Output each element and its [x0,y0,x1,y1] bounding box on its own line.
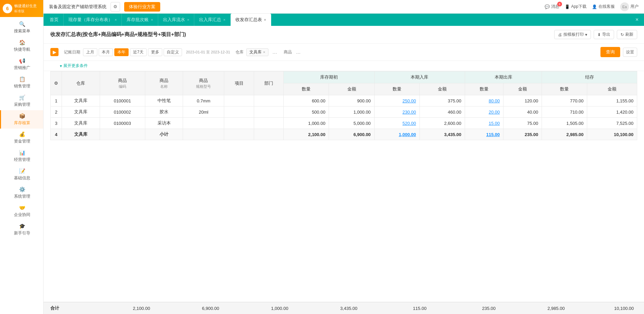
tab-receipt-summary[interactable]: 收发存汇总表 × [231,14,271,26]
table-section: ⚙ 仓库 商品编码 商品名称 商品规格型号 项目 部门 库存期初 本期入库 本期… [44,71,644,302]
sidebar-item-purchase[interactable]: 🛒采购管理 [0,92,43,110]
topbar-settings-button[interactable]: ⚙ [111,2,120,12]
subtotal-warehouse: 文具库 [62,129,100,140]
warehouse-more-dots[interactable]: ... [271,49,278,55]
message-icon: 💬 [545,4,550,9]
sidebar-item-sales[interactable]: 📋销售管理 [0,73,43,92]
tab-receipt-summary-close[interactable]: × [264,18,266,22]
tab-stock-dist-close[interactable]: × [115,18,117,22]
tab-inout-flow[interactable]: 出入库流水 × [158,14,194,26]
filter-toggle-button[interactable]: ▶ [50,48,59,56]
tabbar-close-all[interactable]: × [631,17,643,23]
sidebar-item-finance[interactable]: 💰资金管理 [0,129,43,147]
sidebar-item-operations[interactable]: 📊经营管理 [0,147,43,165]
tab-batch[interactable]: 库存批次账 × [122,14,158,26]
cell-out-amt: 75.00 [503,118,542,129]
sidebar-item-newbie[interactable]: 🎓新手引导 [0,220,43,239]
tab-batch-close[interactable]: × [151,18,153,22]
tab-stock-dist[interactable]: 现存量（库存分布表） × [64,14,122,26]
cell-in-qty[interactable]: 250.00 [374,95,419,106]
warehouse-filter-group: 仓库 文具库 × ... [235,48,278,56]
date-filter-group: 记账日期 上月 本月 本年 近7天 更多 自定义 2023-01-01 至 20… [64,48,230,56]
sidebar: 6 畅捷通好生意 标准版 🔍搜索菜单🏠快捷导航📢营销推广📋销售管理🛒采购管理📦库… [0,0,44,314]
cell-close-qty: 710.00 [542,106,587,118]
sidebar-logo: 6 [3,4,12,13]
cell-out-qty[interactable]: 80.00 [465,95,503,106]
subtotal-in-amt: 3,435.00 [419,129,465,140]
th-settings[interactable]: ⚙ [51,71,62,95]
date-btn-this-month[interactable]: 本月 [99,48,113,56]
warehouse-tag[interactable]: 文具库 × [246,48,268,56]
cell-code: 0100003 [100,118,145,129]
subtotal-name: 小计 [145,129,183,140]
query-button[interactable]: 查询 [600,47,620,57]
date-buttons: 上月 本月 本年 近7天 更多 自定义 [83,48,182,56]
subtotal-in-qty[interactable]: 1,000.00 [374,129,419,140]
industry-button[interactable]: 体验行业方案 [124,2,160,12]
sidebar-item-quick[interactable]: 🏠快捷导航 [0,37,43,55]
print-icon: 🖨 [558,32,562,37]
cell-out-qty[interactable]: 20.00 [465,106,503,118]
tab-home[interactable]: 首页 [45,14,64,26]
subtotal-out-qty[interactable]: 115.00 [465,129,503,140]
tab-inout-summary-label: 出入库汇总 [199,17,221,23]
th-product-code: 商品编码 [100,71,145,95]
data-table: ⚙ 仓库 商品编码 商品名称 商品规格型号 项目 部门 库存期初 本期入库 本期… [50,71,637,140]
settings-link[interactable]: 设置 [623,48,637,57]
refresh-icon: ↻ [621,32,624,37]
sidebar-item-inventory[interactable]: 📦库存核算 [0,110,43,129]
page-inner: 收发存汇总表(按仓库+商品编码+商品+规格型号+项目+部门) 🖨 按模板打印 ▾… [44,26,644,314]
th-warehouse: 仓库 [62,71,100,95]
refresh-button[interactable]: ↻ 刷新 [617,30,637,39]
subtotal-open-amt: 6,900.00 [329,129,374,140]
export-label: 导出 [602,32,610,37]
expand-filter-button[interactable]: ▾ 展开更多条件 [60,63,88,69]
sidebar-item-label: 库存核算 [14,120,30,126]
cell-open-qty: 600.00 [284,95,329,106]
app-download-action[interactable]: 📱 App下载 [565,4,587,10]
cell-project [224,95,254,106]
sidebar-item-enterprise[interactable]: 🤝企业协同 [0,202,43,220]
tab-inout-summary-close[interactable]: × [223,18,225,22]
print-button[interactable]: 🖨 按模板打印 ▾ [554,30,591,39]
date-btn-7days[interactable]: 近7天 [130,48,147,56]
sidebar-item-search[interactable]: 🔍搜索菜单 [0,18,43,37]
date-btn-custom[interactable]: 自定义 [164,48,182,56]
filter-bar: ▶ 记账日期 上月 本月 本年 近7天 更多 自定义 2023-01-01 至 … [44,44,644,61]
tab-inout-summary[interactable]: 出入库汇总 × [194,14,230,26]
date-btn-more[interactable]: 更多 [148,48,162,56]
quick-icon: 🏠 [19,39,26,46]
sidebar-item-base[interactable]: 📝基础信息 [0,165,43,184]
product-more-dots[interactable]: ... [295,49,302,55]
th-product-spec: 商品规格型号 [183,71,224,95]
date-btn-last-month[interactable]: 上月 [83,48,97,56]
footer-in-qty: 1,000.00 [222,306,292,311]
cell-close-amt: 1,420.00 [587,106,637,118]
cell-open-qty: 500.00 [284,106,329,118]
footer-out-amt: 235.00 [430,306,499,311]
cell-in-qty[interactable]: 520.00 [374,118,419,129]
table-body: 1 文具库 0100001 中性笔 0.7mm 600.00 900.00 25… [51,95,637,140]
online-service-action[interactable]: 👤 在线客服 [592,4,615,10]
footer-label: 合计 [50,305,78,311]
sidebar-item-marketing[interactable]: 📢营销推广 [0,55,43,73]
table-row: 2 文具库 0100002 胶水 20ml 500.00 1,000.00 23… [51,106,637,118]
cell-no: 3 [51,118,62,129]
warehouse-tag-close[interactable]: × [263,50,265,54]
cell-project [224,106,254,118]
sidebar-item-system[interactable]: ⚙️系统管理 [0,184,43,202]
tab-inout-flow-close[interactable]: × [187,18,189,22]
print-label: 按模板打印 [563,32,584,37]
message-action[interactable]: 💬 消息 6 [545,4,559,10]
date-btn-this-year[interactable]: 本年 [114,48,129,56]
export-button[interactable]: ⬇ 导出 [594,30,614,39]
sidebar-item-label: 快捷导航 [14,47,30,52]
sidebar-header: 6 畅捷通好生意 标准版 [0,0,43,17]
th-close-qty: 数量 [542,83,587,95]
cell-dept [254,118,283,129]
refresh-label: 刷新 [625,32,633,37]
cell-out-qty[interactable]: 15.00 [465,118,503,129]
sidebar-subtitle: 标准版 [14,9,37,14]
cell-in-qty[interactable]: 230.00 [374,106,419,118]
user-action[interactable]: Ea 用户 [620,2,639,11]
